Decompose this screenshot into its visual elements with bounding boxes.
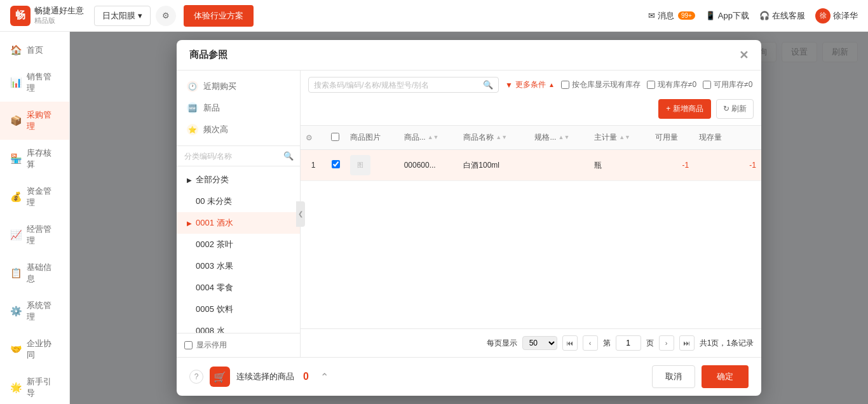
checkbox-filter-1[interactable]: 按仓库显示现有库存: [561, 79, 641, 90]
category-0001[interactable]: ▶ 0001 酒水: [177, 212, 300, 234]
filter-icon: ▼: [505, 81, 513, 90]
sidebar-item-guide[interactable]: 🌟 新手引导: [0, 368, 69, 404]
sort-icon-unit: ▲▼: [619, 135, 630, 140]
category-0005[interactable]: ▶ 0005 饮料: [177, 299, 300, 320]
sidebar-item-finance[interactable]: 💰 资金管理: [0, 178, 69, 216]
available-stock-checkbox[interactable]: [703, 81, 711, 89]
category-search-input[interactable]: [184, 152, 280, 161]
th-code[interactable]: 商品... ▲▼: [399, 126, 459, 150]
tab-recent-purchase[interactable]: 🕐 近期购买: [177, 76, 300, 97]
store-selector[interactable]: 日太阳膜 ▾: [94, 6, 151, 26]
category-0003[interactable]: ▶ 0003 水果: [177, 255, 300, 277]
cart-icon-button[interactable]: 🛒: [210, 367, 230, 387]
modal-header: 商品参照 ✕: [177, 40, 761, 71]
row-seq: 1: [301, 150, 326, 181]
sidebar-item-basic-info[interactable]: 📋 基础信息: [0, 254, 69, 292]
select-all-checkbox[interactable]: [331, 133, 339, 141]
sidebar-item-home[interactable]: 🏠 首页: [0, 37, 69, 64]
checkbox-filter-2[interactable]: 现有库存≠0: [647, 79, 696, 90]
page-size-select[interactable]: 10 20 50 100: [522, 336, 557, 350]
th-name[interactable]: 商品名称 ▲▼: [458, 126, 529, 150]
category-0002[interactable]: ▶ 0002 茶叶: [177, 234, 300, 255]
page-unit: 页: [646, 338, 654, 349]
main-layout: 🏠 首页 📊 销售管理 📦 采购管理 🏪 库存核算 💰 资金管理 📈 经营管理 …: [0, 32, 868, 404]
category-all[interactable]: ▶ 全部分类: [177, 169, 300, 191]
modal-close-button[interactable]: ✕: [739, 50, 749, 61]
existing-stock-checkbox[interactable]: [647, 81, 655, 89]
category-00[interactable]: ▶ 00 未分类: [177, 191, 300, 212]
next-page-button[interactable]: ›: [659, 335, 674, 351]
product-thumbnail: 图: [350, 155, 370, 175]
cancel-button[interactable]: 取消: [652, 365, 695, 388]
column-settings-icon[interactable]: ⚙: [306, 133, 313, 142]
sort-spec[interactable]: 规格... ▲▼: [534, 132, 584, 143]
tab-new-products[interactable]: 🆕 新品: [177, 97, 300, 119]
sidebar-item-enterprise[interactable]: 🤝 企业协同: [0, 330, 69, 368]
sort-unit[interactable]: 主计量 ▲▼: [594, 132, 645, 143]
show-disabled-checkbox[interactable]: [184, 341, 193, 349]
first-page-button[interactable]: ⏮: [562, 335, 578, 351]
sort-code[interactable]: 商品... ▲▼: [404, 132, 454, 143]
operations-icon: 📈: [10, 229, 22, 241]
category-0003-label: 0003 水果: [196, 260, 233, 272]
collapse-panel-button[interactable]: ❮: [296, 201, 305, 227]
home-icon: 🏠: [10, 44, 22, 56]
message-icon: ✉: [648, 11, 655, 20]
sidebar-item-purchase[interactable]: 📦 采购管理: [0, 102, 69, 140]
nav-message[interactable]: ✉ 消息 99+: [648, 10, 695, 22]
category-0004[interactable]: ▶ 0004 零食: [177, 277, 300, 299]
sidebar-label-purchase: 采购管理: [27, 109, 59, 132]
refresh-button[interactable]: ↻ 刷新: [716, 99, 754, 119]
confirm-button[interactable]: 确定: [702, 365, 749, 388]
more-filters-button[interactable]: ▼ 更多条件 ▲: [505, 79, 555, 90]
tab-frequent[interactable]: ⭐ 频次高: [177, 119, 300, 140]
collapse-up-icon[interactable]: ⌃: [320, 371, 329, 383]
sidebar-label-enterprise: 企业协同: [27, 338, 59, 361]
row-unit: 瓶: [589, 150, 650, 181]
th-image: 商品图片: [345, 126, 399, 150]
category-search-icon[interactable]: 🔍: [283, 151, 294, 161]
sidebar-item-operations[interactable]: 📈 经营管理: [0, 216, 69, 254]
table-row[interactable]: 1 图 000600... 白酒100ml: [301, 150, 761, 181]
th-spec[interactable]: 规格... ▲▼: [529, 126, 589, 150]
settings-icon[interactable]: ⚙: [156, 6, 176, 26]
product-search-input[interactable]: [314, 81, 479, 90]
row-select-checkbox[interactable]: [332, 160, 340, 168]
sidebar-label-inventory: 库存核算: [27, 147, 59, 170]
th-settings[interactable]: ⚙: [301, 126, 326, 150]
row-checkbox[interactable]: [326, 150, 345, 181]
category-0008[interactable]: ▶ 0008 水: [177, 320, 300, 333]
last-page-button[interactable]: ⏭: [679, 335, 695, 351]
add-product-button[interactable]: + 新增商品: [658, 99, 710, 119]
row-available: -1: [650, 150, 694, 181]
by-warehouse-checkbox[interactable]: [561, 81, 569, 89]
nav-app-download[interactable]: 📱 App下载: [705, 10, 749, 22]
sidebar-item-sales[interactable]: 📊 销售管理: [0, 64, 69, 102]
product-data-table: ⚙ 商品图片: [301, 126, 761, 181]
finance-icon: 💰: [10, 191, 22, 203]
logo-icon: 畅: [10, 6, 31, 26]
page-size-label: 每页显示: [487, 338, 517, 349]
page-number-input[interactable]: [616, 335, 641, 351]
message-badge: 99+: [678, 11, 695, 20]
nav-online-service[interactable]: 🎧 在线客服: [759, 10, 805, 22]
product-table: ⚙ 商品图片: [301, 126, 761, 328]
category-0008-label: 0008 水: [196, 325, 225, 333]
th-unit[interactable]: 主计量 ▲▼: [589, 126, 650, 150]
sidebar-label-basic-info: 基础信息: [27, 262, 59, 285]
nav-user[interactable]: 徐 徐泽华: [815, 8, 858, 24]
sort-icon-name: ▲▼: [496, 135, 507, 140]
sort-name[interactable]: 商品名称 ▲▼: [463, 132, 524, 143]
th-stock: 现存量: [694, 126, 761, 150]
row-code: 000600...: [399, 150, 459, 181]
row-spec: [529, 150, 589, 181]
sidebar-item-inventory[interactable]: 🏪 库存核算: [0, 140, 69, 178]
top-nav: 畅 畅捷通好生意 精品版 日太阳膜 ▾ ⚙ 体验行业方案 ✉ 消息 99+ 📱 …: [0, 0, 868, 32]
prev-page-button[interactable]: ‹: [583, 335, 598, 351]
sort-icon-code: ▲▼: [428, 135, 439, 140]
help-button[interactable]: ?: [189, 370, 203, 384]
experience-button[interactable]: 体验行业方案: [184, 5, 254, 27]
product-search-icon[interactable]: 🔍: [483, 80, 493, 90]
sidebar-item-system[interactable]: ⚙️ 系统管理: [0, 292, 69, 330]
checkbox-filter-3[interactable]: 可用库存≠0: [703, 79, 752, 90]
